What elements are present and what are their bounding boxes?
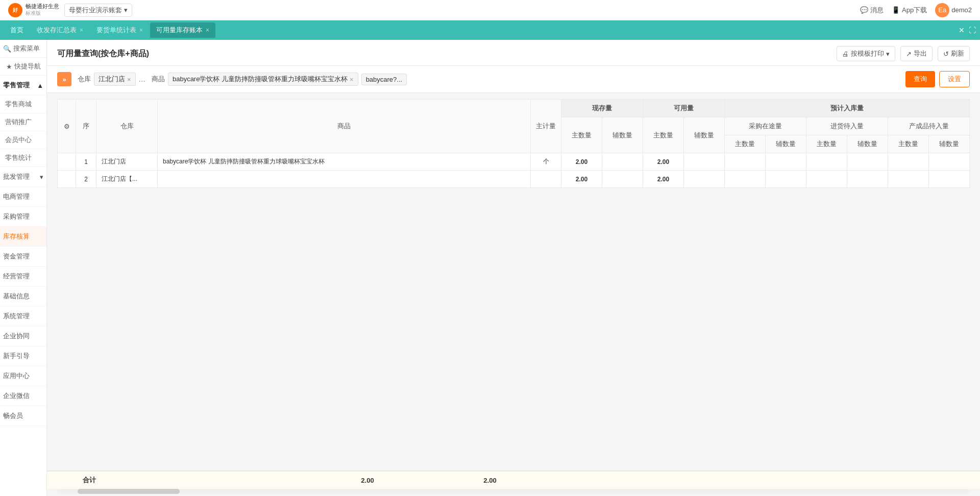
message-icon: 💬 xyxy=(860,6,868,14)
row-settings xyxy=(58,153,76,171)
sidebar-item-retail-mall[interactable]: 零售商城 xyxy=(0,96,46,113)
warehouse-more-button[interactable]: ... xyxy=(139,75,145,84)
table-footer: 合计 2.00 2.00 xyxy=(47,470,980,489)
sidebar-item-ecommerce-mgmt[interactable]: 电商管理 xyxy=(0,187,46,207)
planned-in-header: 预计入库量 xyxy=(725,100,970,117)
sidebar-item-basic-info[interactable]: 基础信息 xyxy=(0,287,46,306)
scrollbar-thumb[interactable] xyxy=(78,489,180,494)
purchase-transit-header: 采购在途量 xyxy=(725,117,806,135)
sidebar-item-retail-mgmt[interactable]: 零售管理 ▲ xyxy=(0,76,46,96)
export-button[interactable]: ↗ 导出 xyxy=(900,46,933,61)
fullscreen-icon[interactable]: ⛶ xyxy=(969,26,976,34)
row-purchase-aux xyxy=(766,171,806,188)
warehouse-filter-tag[interactable]: 江北门店 × xyxy=(94,73,136,86)
query-button[interactable]: 查询 xyxy=(905,71,935,87)
tab-order-stats[interactable]: 要货单统计表 × xyxy=(90,22,149,38)
close-tab-available[interactable]: × xyxy=(206,27,209,34)
sidebar-item-inventory-check[interactable]: 库存核算 xyxy=(0,227,46,247)
row-purchase-main xyxy=(725,153,766,171)
main-layout: 🔍 搜索菜单 ★ 快捷导航 零售管理 ▲ 零售商城 营销推广 会员中心 零售统计… xyxy=(0,40,980,496)
products-aux-header: 辅数量 xyxy=(929,135,970,153)
top-bar: 好 畅捷通好生意 标准版 母婴行业演示账套 ▾ 💬 消息 📱 App下载 Ea … xyxy=(0,0,980,20)
row-current-main: 2.00 xyxy=(561,171,602,188)
row-goods-main xyxy=(806,171,847,188)
row-settings xyxy=(58,171,76,188)
close-all-tabs-icon[interactable]: ✕ xyxy=(959,26,965,34)
avatar: Ea xyxy=(935,3,949,17)
settings-col-header[interactable]: ⚙ xyxy=(58,100,76,153)
phone-icon: 📱 xyxy=(892,6,900,14)
sidebar-item-purchase-mgmt[interactable]: 采购管理 xyxy=(0,207,46,227)
products-main-header: 主数量 xyxy=(888,135,929,153)
settings-button[interactable]: 设置 xyxy=(939,71,970,87)
sidebar-item-new-guide[interactable]: 新手引导 xyxy=(0,346,46,366)
close-tab-order[interactable]: × xyxy=(139,27,143,34)
sidebar-nav[interactable]: ★ 快捷导航 xyxy=(0,58,46,76)
page-actions: 🖨 按模板打印 ▾ ↗ 导出 ↺ 刷新 xyxy=(837,46,970,61)
row-available-main: 2.00 xyxy=(643,153,684,171)
sidebar-item-member-center[interactable]: 会员中心 xyxy=(0,131,46,149)
sidebar: 🔍 搜索菜单 ★ 快捷导航 零售管理 ▲ 零售商城 营销推广 会员中心 零售统计… xyxy=(0,40,47,496)
product-filter-label: 商品 xyxy=(152,75,165,84)
table-container[interactable]: ⚙ 序 仓库 商品 主计量 xyxy=(47,93,980,470)
sidebar-item-operations-mgmt[interactable]: 经营管理 xyxy=(0,267,46,287)
row-goods-main xyxy=(806,153,847,171)
tenant-selector[interactable]: 母婴行业演示账套 ▾ xyxy=(64,4,132,17)
row-goods-aux xyxy=(847,171,888,188)
chevron-down-icon: ▾ xyxy=(40,173,43,181)
row-goods-aux xyxy=(847,153,888,171)
available-aux-header: 辅数量 xyxy=(684,117,725,153)
sidebar-search[interactable]: 🔍 搜索菜单 xyxy=(0,40,46,58)
sidebar-item-retail-stats[interactable]: 零售统计 xyxy=(0,149,46,167)
remove-warehouse-tag[interactable]: × xyxy=(127,76,131,83)
filter-toggle-button[interactable]: » xyxy=(57,72,71,86)
products-pending-header: 产成品待入量 xyxy=(888,117,970,135)
refresh-button[interactable]: ↺ 刷新 xyxy=(938,46,970,61)
row-products-aux xyxy=(929,153,970,171)
warehouse-col-header: 仓库 xyxy=(96,100,158,153)
filter-area: » 仓库 江北门店 × ... 商品 babycare学饮杯 儿童防摔防撞吸管杯… xyxy=(47,66,980,93)
horizontal-scrollbar[interactable] xyxy=(57,489,970,494)
nav-icon: ★ xyxy=(6,63,12,70)
row-products-aux xyxy=(929,171,970,188)
export-icon: ↗ xyxy=(906,50,912,58)
row-purchase-aux xyxy=(766,153,806,171)
row-warehouse: 江北门店 xyxy=(96,153,158,171)
sidebar-item-app-center[interactable]: 应用中心 xyxy=(0,366,46,386)
sidebar-item-vip-member[interactable]: 畅会员 xyxy=(0,406,46,426)
goods-main-header: 主数量 xyxy=(806,135,847,153)
chevron-up-icon: ▲ xyxy=(37,82,43,89)
tab-home[interactable]: 首页 xyxy=(4,22,30,38)
close-tab-receipt[interactable]: × xyxy=(80,27,83,34)
product-filter-tag1[interactable]: babycare学饮杯 儿童防摔防撞吸管杯重力球吸嘴杯宝宝水杯 × xyxy=(168,73,358,86)
product-filter-tag2[interactable]: babycare?... xyxy=(361,74,407,85)
app-download-button[interactable]: 📱 App下载 xyxy=(892,6,927,15)
sidebar-item-system-mgmt[interactable]: 系统管理 xyxy=(0,306,46,326)
table-row: 1 江北门店 babycare学饮杯 儿童防摔防撞吸管杯重力球吸嘴杯宝宝水杯 个… xyxy=(58,153,970,171)
purchase-main-header: 主数量 xyxy=(725,135,766,153)
product-filter-group: 商品 babycare学饮杯 儿童防摔防撞吸管杯重力球吸嘴杯宝宝水杯 × bab… xyxy=(152,73,407,86)
row-unit xyxy=(531,171,561,188)
message-button[interactable]: 💬 消息 xyxy=(860,6,884,15)
tab-receipt-summary[interactable]: 收发存汇总表 × xyxy=(31,22,89,38)
template-print-button[interactable]: 🖨 按模板打印 ▾ xyxy=(837,46,895,61)
print-icon: 🖨 xyxy=(842,50,849,58)
sidebar-item-marketing[interactable]: 营销推广 xyxy=(0,113,46,131)
page-title: 可用量查询(按仓库+商品) xyxy=(57,49,149,59)
warehouse-filter-label: 仓库 xyxy=(78,75,91,84)
data-table: ⚙ 序 仓库 商品 主计量 xyxy=(57,99,970,188)
sidebar-item-enterprise-collab[interactable]: 企业协同 xyxy=(0,326,46,346)
top-bar-right: 💬 消息 📱 App下载 Ea demo2 xyxy=(860,3,972,17)
sidebar-item-enterprise-wechat[interactable]: 企业微信 xyxy=(0,386,46,406)
sidebar-item-wholesale-mgmt[interactable]: 批发管理 ▾ xyxy=(0,167,46,187)
row-unit: 个 xyxy=(531,153,561,171)
tab-available-stock[interactable]: 可用量库存账本 × xyxy=(150,22,215,38)
row-current-main: 2.00 xyxy=(561,153,602,171)
remove-product-tag1[interactable]: × xyxy=(350,76,354,83)
row-warehouse: 江北门店【... xyxy=(96,171,158,188)
user-menu[interactable]: Ea demo2 xyxy=(935,3,972,17)
logo-icon: 好 xyxy=(8,3,22,17)
warehouse-filter-group: 仓库 江北门店 × ... xyxy=(78,73,145,86)
sidebar-item-finance-mgmt[interactable]: 资金管理 xyxy=(0,247,46,267)
page-header: 可用量查询(按仓库+商品) 🖨 按模板打印 ▾ ↗ 导出 ↺ 刷新 xyxy=(47,40,980,66)
